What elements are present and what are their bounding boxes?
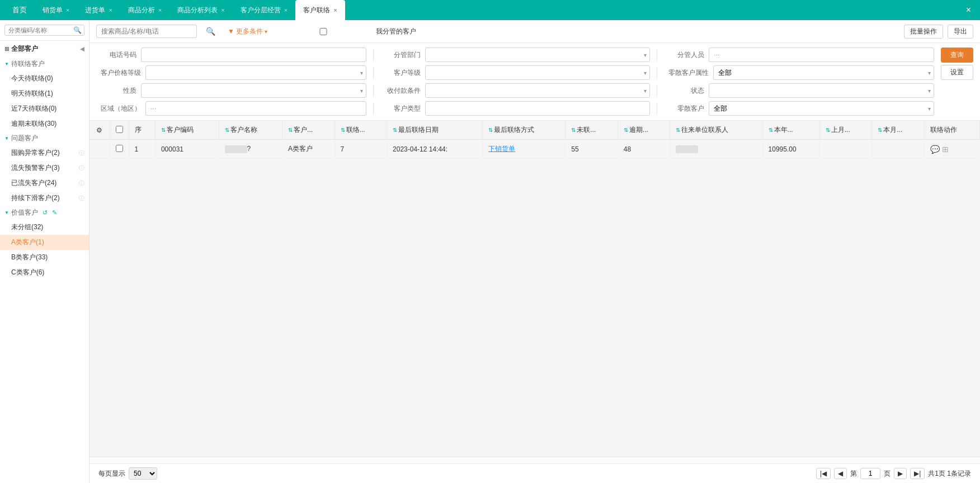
row-checkbox[interactable] [116, 145, 123, 152]
dept-select[interactable] [425, 48, 651, 62]
col-last-month[interactable]: ⇅上月... [819, 121, 871, 140]
sidebar-item-a-class[interactable]: A类客户(1) [0, 235, 89, 250]
last-page-btn[interactable]: ▶| [910, 468, 925, 479]
my-customers-check[interactable] [273, 28, 374, 35]
nav-goods-analysis-list[interactable]: 商品分析列表 × [169, 0, 232, 20]
col-last-date[interactable]: ⇅最后联络日期 [387, 121, 483, 140]
my-customers-checkbox[interactable]: 我分管的客户 [273, 27, 416, 36]
filter-cell-status: 状态 ▾ [664, 83, 934, 98]
edit-icon[interactable]: ✎ [52, 209, 57, 216]
nature-wrap: ▾ [141, 83, 366, 98]
col-this-year[interactable]: ⇅本年... [762, 121, 819, 140]
table-row: 1 000031 ? A类客户 7 2023-04-12 14:44: 下销货单… [89, 140, 980, 159]
message-icon[interactable]: 💬 [930, 145, 940, 154]
customer-level-select[interactable] [425, 65, 651, 80]
col-liaison[interactable]: ⇅往来单位联系人 [670, 121, 762, 140]
first-page-btn[interactable]: |◀ [816, 468, 831, 479]
sidebar-group-pending[interactable]: ▼ 待联络客户 [0, 57, 89, 71]
col-contact[interactable]: ⇅联络... [334, 121, 387, 140]
col-action: 联络动作 [924, 121, 979, 140]
filter-row-2: 客户价格等级 ▾ 客户等级 ▾ [96, 65, 934, 80]
nav-purchase[interactable]: 进货单 × [77, 0, 120, 20]
select-all-checkbox[interactable] [116, 126, 123, 133]
qr-icon[interactable]: ⊞ [942, 145, 949, 154]
nav-goods-analysis[interactable]: 商品分析 × [120, 0, 169, 20]
col-this-month[interactable]: ⇅本月... [872, 121, 924, 140]
sidebar: 🔍 ⊞ 全部客户 ◀ ▼ 待联络客户 今天待联络(0) 明天待联络(1) 近7天… [0, 20, 89, 483]
retail-label: 零散客户 [664, 104, 709, 113]
table-scroll[interactable]: ⚙ 序 ⇅客户编码 ⇅客户名称 ⇅客户... ⇅联络... ⇅最后联络日期 ⇅最… [89, 121, 980, 457]
export-button[interactable]: 导出 [948, 25, 973, 39]
query-button[interactable]: 查询 [941, 48, 973, 63]
nav-customer-segment-close[interactable]: × [284, 7, 288, 13]
sidebar-item-c-class[interactable]: C类客户(6) [0, 265, 89, 280]
phone-input[interactable] [141, 48, 366, 62]
col-checkbox[interactable] [110, 121, 129, 140]
sidebar-item-tomorrow[interactable]: 明天待联络(1) [0, 86, 89, 101]
cell-contact: 7 [334, 140, 387, 159]
nav-sales[interactable]: 销货单 × [35, 0, 77, 20]
sidebar-item-declining[interactable]: 持续下滑客户(2) ⓘ [0, 191, 89, 206]
sidebar-item-ungrouped[interactable]: 未分组(32) [0, 220, 89, 235]
refresh-icon[interactable]: ↺ [43, 209, 48, 216]
col-overdue[interactable]: ⇅逾期... [618, 121, 670, 140]
nav-purchase-close[interactable]: × [109, 7, 112, 13]
horizontal-scrollbar[interactable] [89, 457, 980, 463]
settings-button[interactable]: 设置 [941, 65, 973, 80]
filter-icon: ▼ [228, 27, 234, 35]
nav-customer-contact[interactable]: 客户联络 × [295, 0, 345, 20]
footer-right: |◀ ◀ 第 页 ▶ ▶| 共1页 1条记录 [816, 468, 971, 479]
search-input[interactable] [96, 25, 197, 38]
per-page-select[interactable]: 50 100 [129, 467, 157, 480]
sidebar-item-churned[interactable]: 已流失客户(24) ⓘ [0, 176, 89, 191]
cust-type-input[interactable] [425, 101, 651, 116]
sidebar-item-b-class[interactable]: B类客户(33) [0, 250, 89, 265]
table-header-row: ⚙ 序 ⇅客户编码 ⇅客户名称 ⇅客户... ⇅联络... ⇅最后联络日期 ⇅最… [89, 121, 980, 140]
nav-goods-analysis-list-close[interactable]: × [221, 7, 224, 13]
sidebar-item-7days[interactable]: 近7天待联络(0) [0, 101, 89, 116]
nav-customer-segment[interactable]: 客户分层经营 × [233, 0, 295, 20]
sidebar-group-problem[interactable]: ▼ 问题客户 [0, 131, 89, 145]
batch-ops-button[interactable]: 批量操作 [904, 25, 943, 39]
nav-sales-close[interactable]: × [66, 7, 69, 13]
sidebar-item-churn-warn[interactable]: 流失预警客户(3) ⓘ [0, 160, 89, 176]
cell-this-year: 10995.00 [762, 140, 819, 159]
col-type[interactable]: ⇅客户... [282, 121, 334, 140]
price-level-select[interactable] [145, 65, 366, 80]
cell-overdue: 48 [618, 140, 670, 159]
cust-type-label: 客户类型 [380, 104, 425, 113]
cell-last-method[interactable]: 下销货单 [483, 140, 566, 159]
page-number-input[interactable] [860, 468, 880, 479]
col-last-method[interactable]: ⇅最后联络方式 [483, 121, 566, 140]
cell-checkbox[interactable] [110, 140, 129, 159]
person-dots[interactable]: ··· [709, 48, 934, 62]
region-dots[interactable]: ··· [145, 101, 366, 116]
sidebar-group-value[interactable]: ▼ 价值客户 ↺ ✎ [0, 206, 89, 220]
search-button[interactable]: 🔍 [199, 23, 222, 39]
retail-attr-select[interactable]: 全部 [713, 65, 934, 80]
nav-goods-analysis-close[interactable]: × [158, 7, 162, 13]
close-all-tabs[interactable]: × [962, 5, 976, 15]
sidebar-item-today[interactable]: 今天待联络(0) [0, 71, 89, 86]
col-uncontacted[interactable]: ⇅未联... [566, 121, 618, 140]
retail-select[interactable]: 全部 [709, 101, 934, 116]
nav-customer-contact-close[interactable]: × [333, 7, 337, 13]
filter-cell-region: 区域（地区） ··· [96, 101, 366, 116]
masked-liaison [676, 145, 698, 153]
status-select[interactable] [709, 83, 934, 98]
customer-level-wrap: ▾ [425, 65, 651, 80]
col-gear[interactable]: ⚙ [89, 121, 110, 140]
last-method-link[interactable]: 下销货单 [488, 145, 515, 153]
payment-select[interactable] [425, 83, 651, 98]
sidebar-search-input[interactable] [4, 25, 84, 36]
sidebar-item-overdue[interactable]: 逾期未联络(30) [0, 116, 89, 131]
more-filters-btn[interactable]: ▼ 更多条件 ▾ [228, 27, 267, 36]
col-name[interactable]: ⇅客户名称 [219, 121, 282, 140]
next-page-btn[interactable]: ▶ [894, 468, 907, 479]
nav-home[interactable]: 首页 [4, 0, 35, 20]
nature-select[interactable] [141, 83, 366, 98]
sidebar-all-customers[interactable]: ⊞ 全部客户 ◀ [0, 41, 89, 57]
sidebar-item-hoard[interactable]: 囤购异常客户(2) ⓘ [0, 145, 89, 160]
col-code[interactable]: ⇅客户编码 [155, 121, 219, 140]
prev-page-btn[interactable]: ◀ [834, 468, 847, 479]
